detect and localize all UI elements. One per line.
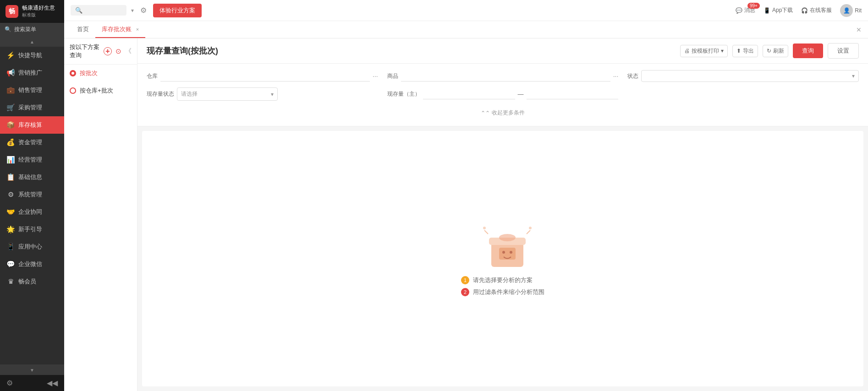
collab-icon: 🤝: [6, 208, 15, 216]
stock-qty-field: 现存量（主） —: [387, 89, 619, 99]
svg-rect-3: [499, 248, 516, 260]
empty-illustration: [480, 221, 526, 267]
scheme-item-batch[interactable]: 按批次: [64, 65, 137, 82]
status-label: 状态: [627, 72, 638, 80]
sidebar-item-collab[interactable]: 🤝 企业协同: [0, 203, 64, 221]
stock-qty-min[interactable]: [423, 89, 515, 99]
collapse-panel-icon[interactable]: 《: [125, 47, 132, 55]
stock-status-select[interactable]: 请选择 ▾: [177, 87, 278, 101]
status-chevron-icon: ▾: [852, 73, 855, 79]
radio-dot-filled: [70, 70, 76, 76]
svg-point-9: [529, 227, 532, 229]
tab-inventory-batch[interactable]: 库存批次账 ×: [95, 22, 145, 38]
settings-footer-icon[interactable]: ⚙: [6, 379, 13, 387]
left-panel: 按以下方案查询 + ⊙ 《 按批次 按仓库+批次: [64, 38, 137, 391]
sidebar-item-operations[interactable]: 📊 经营管理: [0, 151, 64, 168]
scheme-item-warehouse-batch[interactable]: 按仓库+批次: [64, 82, 137, 99]
apps-icon: 📱: [6, 243, 15, 251]
sidebar-item-label: 应用中心: [18, 243, 42, 251]
sidebar-item-label: 营销推广: [18, 69, 42, 77]
print-dropdown-icon[interactable]: ▾: [721, 48, 724, 54]
topbar-gear-icon[interactable]: ⚙: [138, 4, 148, 16]
panel-header: 按以下方案查询 + ⊙ 《: [64, 38, 137, 65]
sidebar-item-inventory[interactable]: 📦 库存核算: [0, 116, 64, 134]
tabs-bar: 首页 库存批次账 × ✕: [64, 21, 868, 38]
sidebar-item-quicknav[interactable]: ⚡ 快捷导航: [0, 47, 64, 64]
status-select[interactable]: ▾: [641, 70, 859, 82]
app-download-btn[interactable]: 📱 App下载: [764, 6, 793, 14]
sidebar-item-label: 资金管理: [18, 138, 42, 147]
warehouse-input[interactable]: [160, 71, 370, 81]
scroll-up-btn[interactable]: ▲: [0, 36, 64, 47]
topbar-dropdown-icon[interactable]: ▾: [131, 7, 134, 14]
user-menu[interactable]: 👤 Rit: [840, 4, 862, 17]
refresh-icon: ↻: [767, 48, 771, 54]
settings-scheme-icon[interactable]: ⊙: [115, 47, 121, 55]
trial-button[interactable]: 体验行业方案: [153, 4, 202, 17]
sales-icon: 💼: [6, 86, 15, 94]
topbar-right: 💬 消息 99+ 📱 App下载 🎧 在线客服 👤 Rit: [736, 4, 862, 17]
stock-qty-label: 现存量（主）: [387, 90, 420, 98]
tab-home[interactable]: 首页: [71, 22, 95, 38]
page-header-actions: 🖨 按模板打印 ▾ ⬆ 导出 ↻ 刷新 查询 设置: [680, 43, 859, 59]
product-field: 商品 ···: [387, 71, 619, 81]
scheme-label: 按仓库+批次: [80, 87, 113, 95]
scroll-down-btn[interactable]: ▼: [0, 364, 64, 375]
panel-title: 按以下方案查询: [70, 43, 104, 60]
radio-dot-empty: [70, 87, 76, 94]
online-service-label: 在线客服: [810, 6, 832, 14]
topbar-search-input[interactable]: [85, 7, 122, 14]
stock-qty-range: —: [423, 89, 619, 99]
sidebar-item-newuser[interactable]: 🌟 新手引导: [0, 221, 64, 238]
range-dash: —: [518, 91, 524, 98]
stock-status-field: 现存量状态 请选择 ▾: [147, 87, 378, 101]
sidebar-item-purchase[interactable]: 🛒 采购管理: [0, 99, 64, 116]
sidebar-item-wechat[interactable]: 💬 企业微信: [0, 255, 64, 273]
add-scheme-icon[interactable]: +: [104, 47, 112, 55]
query-button[interactable]: 查询: [793, 43, 823, 58]
stock-qty-max[interactable]: [527, 89, 619, 99]
svg-point-5: [510, 251, 512, 254]
product-input[interactable]: [401, 71, 610, 81]
collapse-sidebar-icon[interactable]: ◀◀: [47, 379, 58, 387]
chevron-up-icon: ▲: [30, 39, 34, 44]
export-btn[interactable]: ⬆ 导出: [732, 45, 758, 57]
sidebar-item-marketing[interactable]: 📢 营销推广: [0, 64, 64, 81]
warehouse-dots[interactable]: ···: [373, 72, 378, 80]
topbar-search-box[interactable]: 🔍: [71, 5, 126, 16]
basics-icon: 📋: [6, 173, 15, 181]
empty-hint-1: 1 请先选择要分析的方案: [461, 276, 544, 284]
sidebar-item-basics[interactable]: 📋 基础信息: [0, 168, 64, 186]
sidebar-item-sales[interactable]: 💼 销售管理: [0, 81, 64, 99]
sidebar-item-label: 经营管理: [18, 156, 42, 164]
empty-hint-2: 2 用过滤条件来缩小分析范围: [461, 288, 544, 296]
tab-close-icon[interactable]: ×: [136, 27, 139, 32]
sidebar-item-finance[interactable]: 💰 资金管理: [0, 134, 64, 151]
collapse-conditions-btn[interactable]: ⌃⌃ 收起更多条件: [147, 106, 859, 119]
sidebar-item-member[interactable]: ♛ 畅会员: [0, 273, 64, 290]
search-label: 搜索菜单: [14, 26, 36, 33]
wechat-icon: 💬: [6, 260, 15, 268]
right-main: 现存量查询(按批次) 🖨 按模板打印 ▾ ⬆ 导出 ↻ 刷新: [137, 38, 868, 391]
refresh-btn[interactable]: ↻ 刷新: [763, 45, 788, 57]
settings-button[interactable]: 设置: [828, 43, 859, 59]
hint-text-2: 用过滤条件来缩小分析范围: [473, 288, 544, 296]
sidebar-footer: ⚙ ◀◀: [0, 375, 64, 391]
hint-num-1: 1: [461, 276, 469, 284]
stock-status-label: 现存量状态: [147, 90, 174, 98]
online-service-btn[interactable]: 🎧 在线客服: [801, 6, 832, 14]
close-panel-icon[interactable]: ✕: [856, 26, 862, 33]
finance-icon: 💰: [6, 138, 15, 147]
sidebar-item-label: 库存核算: [18, 121, 42, 129]
app-info: 畅康通好生意 标准版: [22, 5, 55, 18]
messages-btn[interactable]: 💬 消息 99+: [736, 6, 755, 14]
product-dots[interactable]: ···: [613, 72, 619, 80]
sidebar-item-apps[interactable]: 📱 应用中心: [0, 238, 64, 255]
content-area: 按以下方案查询 + ⊙ 《 按批次 按仓库+批次: [64, 38, 868, 391]
status-field: 状态 ▾: [627, 70, 859, 82]
hint-text-1: 请先选择要分析的方案: [473, 276, 533, 284]
sidebar-item-system[interactable]: ⚙ 系统管理: [0, 186, 64, 203]
sidebar-search[interactable]: 🔍 搜索菜单: [0, 23, 64, 36]
filter-area: 仓库 ··· 商品 ··· 状态 ▾: [137, 64, 868, 126]
print-btn[interactable]: 🖨 按模板打印 ▾: [680, 45, 728, 57]
